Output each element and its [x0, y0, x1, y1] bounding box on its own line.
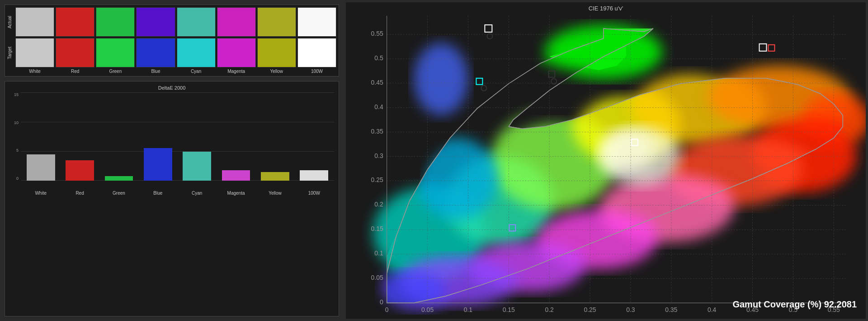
patch-label-cyan: Cyan — [177, 69, 216, 74]
patch-label-red: Red — [56, 69, 94, 74]
bars-row — [21, 92, 334, 181]
actual-patch-100w — [297, 7, 336, 37]
svg-point-46 — [599, 129, 653, 174]
svg-text:0.05: 0.05 — [371, 274, 383, 281]
cie-svg: 0 0.05 0.1 0.15 0.2 0.25 0.3 0.35 0.4 0.… — [346, 2, 866, 319]
svg-text:0.2: 0.2 — [545, 306, 554, 313]
actual-patch-red — [56, 7, 94, 37]
svg-text:0.5: 0.5 — [374, 54, 383, 62]
actual-row: Actual — [7, 7, 336, 37]
target-patch-blue — [136, 38, 175, 67]
svg-text:0.2: 0.2 — [374, 201, 383, 208]
svg-text:0.3: 0.3 — [374, 152, 383, 159]
svg-text:0.55: 0.55 — [371, 30, 383, 37]
chart-area: 15 10 5 0 — [21, 92, 334, 181]
bar-white — [27, 154, 55, 181]
cie-container: CIE 1976 u'v' — [346, 2, 866, 319]
target-patch-magenta — [217, 38, 256, 67]
bar-wrap-yellow — [257, 92, 292, 181]
target-patch-yellow — [257, 38, 296, 67]
svg-text:0: 0 — [380, 298, 383, 306]
patch-labels: WhiteRedGreenBlueCyanMagentaYellow100W — [15, 69, 336, 74]
svg-text:0: 0 — [385, 306, 389, 313]
svg-text:0.35: 0.35 — [665, 306, 677, 313]
patch-label-blue: Blue — [136, 69, 175, 74]
svg-text:0.25: 0.25 — [371, 176, 383, 183]
bar-wrap-red — [62, 92, 97, 181]
svg-text:0.1: 0.1 — [464, 306, 473, 313]
y-label-0: 0 — [7, 176, 19, 181]
target-patch-green — [96, 38, 135, 67]
actual-patches — [15, 7, 336, 37]
actual-patch-green — [96, 7, 135, 37]
x-label-100w: 100W — [297, 191, 332, 196]
bar-wrap-green — [101, 92, 137, 181]
color-grid: Actual Target WhiteRedGreenBlueCyanMagen… — [5, 5, 339, 77]
svg-text:0.4: 0.4 — [374, 103, 383, 110]
x-label-yellow: Yellow — [257, 191, 292, 196]
target-patch-white — [15, 38, 54, 67]
y-label-5: 5 — [7, 148, 19, 153]
svg-text:0.15: 0.15 — [503, 306, 515, 313]
actual-patch-blue — [136, 7, 175, 37]
svg-text:0.1: 0.1 — [374, 249, 383, 257]
target-patch-100w — [297, 38, 336, 67]
actual-patch-magenta — [217, 7, 256, 37]
gamut-coverage: Gamut Coverage (%) 92.2081 — [732, 299, 857, 310]
actual-patch-cyan — [177, 7, 216, 37]
actual-label: Actual — [7, 16, 15, 29]
svg-text:0.45: 0.45 — [371, 79, 383, 86]
bar-wrap-cyan — [179, 92, 215, 181]
bar-100w — [300, 170, 328, 181]
right-panel: CIE 1976 u'v' — [344, 0, 868, 321]
svg-text:0.15: 0.15 — [371, 225, 383, 232]
bar-wrap-blue — [140, 92, 175, 181]
bar-chart-container: DeltaE 2000 15 10 5 0 WhiteRedGreenBlueC… — [5, 81, 339, 316]
bar-red — [66, 160, 94, 181]
patch-label-white: White — [15, 69, 54, 74]
svg-text:0.4: 0.4 — [708, 306, 717, 313]
patch-label-yellow: Yellow — [257, 69, 296, 74]
patch-label-green: Green — [96, 69, 135, 74]
bar-green — [105, 176, 133, 181]
x-label-green: Green — [101, 191, 137, 196]
bar-wrap-magenta — [218, 92, 254, 181]
x-label-white: White — [23, 191, 58, 196]
chart-title: DeltaE 2000 — [7, 85, 336, 91]
bar-yellow — [261, 172, 289, 181]
x-label-blue: Blue — [140, 191, 175, 196]
cie-title: CIE 1976 u'v' — [346, 3, 866, 12]
left-panel: Actual Target WhiteRedGreenBlueCyanMagen… — [0, 0, 344, 321]
y-axis: 15 10 5 0 — [7, 92, 19, 181]
svg-text:0.05: 0.05 — [421, 306, 434, 313]
x-label-red: Red — [62, 191, 97, 196]
bar-magenta — [222, 170, 250, 181]
x-labels: WhiteRedGreenBlueCyanMagentaYellow100W — [21, 191, 334, 196]
patch-label-100w: 100W — [297, 69, 336, 74]
target-label: Target — [7, 47, 15, 59]
actual-patch-white — [15, 7, 54, 37]
bar-blue — [144, 148, 172, 181]
svg-point-21 — [414, 43, 468, 115]
y-label-15: 15 — [7, 92, 19, 97]
patch-label-magenta: Magenta — [217, 69, 256, 74]
svg-text:0.35: 0.35 — [371, 128, 383, 135]
actual-patch-yellow — [257, 7, 296, 37]
bar-wrap-100w — [297, 92, 332, 181]
y-label-10: 10 — [7, 120, 19, 125]
bar-cyan — [183, 152, 211, 181]
target-row: Target — [7, 38, 336, 67]
x-label-cyan: Cyan — [179, 191, 215, 196]
target-patch-cyan — [177, 38, 216, 67]
target-patches — [15, 38, 336, 67]
target-patch-red — [56, 38, 94, 67]
svg-text:0.25: 0.25 — [584, 306, 596, 313]
svg-text:0.3: 0.3 — [626, 306, 635, 313]
x-label-magenta: Magenta — [218, 191, 254, 196]
bar-wrap-white — [23, 92, 58, 181]
